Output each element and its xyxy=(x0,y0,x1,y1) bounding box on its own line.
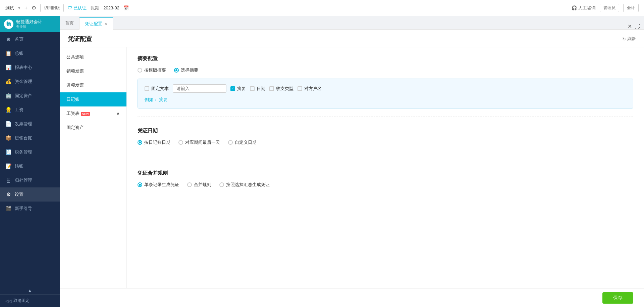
sidebar-item-ledger[interactable]: 📋 总账 xyxy=(0,46,60,60)
sidebar-item-reports[interactable]: 📊 报表中心 xyxy=(0,60,60,75)
summary-radio-group: 按模版摘要 选择摘要 xyxy=(138,67,633,73)
sidebar-item-label: 发票管理 xyxy=(15,121,32,127)
sidebar-item-funds[interactable]: 💰 资金管理 xyxy=(0,75,60,89)
invoice-icon: 📄 xyxy=(5,121,11,127)
old-version-button[interactable]: 切到旧版 xyxy=(40,4,64,12)
refresh-button[interactable]: ↻ 刷新 xyxy=(622,36,636,42)
sidebar-item-archive[interactable]: 🗄 归档管理 xyxy=(0,173,60,187)
verified-icon: 🛡 xyxy=(68,5,72,10)
sidebar-nav: ⊕ 首页 📋 总账 📊 报表中心 💰 资金管理 🏢 固定资产 👷 工资 xyxy=(0,32,60,287)
merge-radio-single[interactable]: 单条记录生成凭证 xyxy=(138,182,179,188)
summary-section: 摘要配置 按模版摘要 选择摘要 xyxy=(138,55,633,117)
sidebar-item-label: 税务管理 xyxy=(15,149,32,155)
checkbox-date-box xyxy=(250,86,255,91)
checkbox-summary[interactable]: 摘要 xyxy=(230,86,246,92)
tab-voucher-config[interactable]: 凭证配置 ✕ xyxy=(79,17,113,30)
merge-radio-rule[interactable]: 合并规则 xyxy=(187,182,211,188)
summary-radio-select[interactable]: 选择摘要 xyxy=(174,67,198,73)
merge-radio-group: 单条记录生成凭证 合并规则 按照选择汇总生成凭证 xyxy=(138,182,633,188)
checkbox-counterpart-name-label: 对方户名 xyxy=(304,86,322,92)
left-nav-item-payroll-table[interactable]: 工资表NEW ∨ xyxy=(60,106,126,121)
checkbox-date[interactable]: 日期 xyxy=(250,86,265,92)
sidebar-item-assets[interactable]: 🏢 固定资产 xyxy=(0,89,60,103)
left-nav-item-public[interactable]: 公共选项 xyxy=(60,50,126,64)
home-icon: ⊕ xyxy=(5,36,11,42)
sidebar-item-sales-purchase[interactable]: 📦 进销台账 xyxy=(0,131,60,145)
close-tab-button[interactable]: ✕ xyxy=(628,24,632,29)
tab-voucher-config-label: 凭证配置 xyxy=(85,21,102,27)
save-button[interactable]: 保存 xyxy=(602,292,633,304)
left-nav-item-purchase-invoice[interactable]: 进项发票 xyxy=(60,78,126,92)
radio-journal-circle xyxy=(138,140,142,145)
payroll-arrow-icon: ∨ xyxy=(116,111,120,116)
sidebar-item-settings[interactable]: ⚙ 设置 xyxy=(0,187,60,202)
sidebar-item-label: 归档管理 xyxy=(15,177,32,183)
radio-journal-label: 按日记账日期 xyxy=(144,139,170,145)
consult-button[interactable]: 🎧 人工咨询 xyxy=(572,5,596,11)
tab-home[interactable]: 首页 xyxy=(60,17,79,29)
sidebar-item-home[interactable]: ⊕ 首页 xyxy=(0,32,60,46)
sidebar-item-close[interactable]: 📝 结账 xyxy=(0,159,60,173)
summary-radio-template[interactable]: 按模版摘要 xyxy=(138,67,166,73)
logo-subtitle: 专业版 xyxy=(16,25,42,29)
settings-icon: ⚙ xyxy=(5,191,11,198)
left-nav: 公共选项 销项发票 进项发票 日记账 工资表NEW ∨ xyxy=(60,47,127,288)
logo-text: 畅捷通好会计 xyxy=(16,19,42,25)
checkbox-date-label: 日期 xyxy=(257,86,265,92)
sidebar-item-payroll[interactable]: 👷 工资 xyxy=(0,103,60,117)
radio-summary-circle xyxy=(219,182,224,187)
merge-radio-summary[interactable]: 按照选择汇总生成凭证 xyxy=(219,182,270,188)
cancel-fixed-icon: ◁◁ xyxy=(5,299,11,303)
assets-icon: 🏢 xyxy=(5,93,11,99)
date-radio-custom[interactable]: 自定义日期 xyxy=(228,139,257,145)
cancel-fixed-button[interactable]: ◁◁ 取消固定 xyxy=(0,294,60,307)
left-nav-item-journal[interactable]: 日记账 xyxy=(60,92,126,106)
sidebar-item-label: 进销台账 xyxy=(15,135,32,141)
archive-icon: 🗄 xyxy=(5,178,11,183)
sidebar-item-tax[interactable]: 🧾 税务管理 xyxy=(0,145,60,159)
date-title: 凭证日期 xyxy=(138,128,633,134)
company-arrow-icon[interactable]: ▾ xyxy=(18,5,20,10)
checkbox-counterpart-name[interactable]: 对方户名 xyxy=(298,86,322,92)
summary-config-row: 固定文本 摘要 日期 xyxy=(145,84,626,93)
period-label: 账期 xyxy=(91,5,99,11)
consult-label: 人工咨询 xyxy=(578,5,596,11)
consult-icon: 🎧 xyxy=(572,5,577,10)
sidebar-item-label: 工资 xyxy=(15,107,23,113)
left-nav-item-fixed-assets[interactable]: 固定资产 xyxy=(60,121,126,135)
radio-single-label: 单条记录生成凭证 xyxy=(144,182,179,188)
sidebar-item-invoice[interactable]: 📄 发票管理 xyxy=(0,117,60,131)
tab-actions: ✕ ⛶ xyxy=(628,24,644,29)
content-area: 首页 凭证配置 ✕ ✕ ⛶ 凭证配置 ↻ 刷新 xyxy=(60,16,644,307)
calendar-icon[interactable]: 📅 xyxy=(123,5,129,10)
checkbox-summary-label: 摘要 xyxy=(237,86,246,92)
tab-close-icon[interactable]: ✕ xyxy=(104,22,107,26)
accountant-button[interactable]: 会计 xyxy=(623,4,639,12)
close-period-icon: 📝 xyxy=(5,163,11,169)
refresh-label: 刷新 xyxy=(627,36,636,42)
period-value: 2023-02 xyxy=(103,5,119,10)
date-radio-journal[interactable]: 按日记账日期 xyxy=(138,139,170,145)
sales-purchase-icon: 📦 xyxy=(5,135,11,141)
checkbox-income-type-box xyxy=(269,86,274,91)
fixed-text-input[interactable] xyxy=(173,84,226,93)
expand-button[interactable]: ⛶ xyxy=(635,24,640,29)
sidebar-item-label: 首页 xyxy=(15,36,23,42)
date-section: 凭证日期 按日记账日期 对应期间最后一天 xyxy=(138,128,633,159)
gear-icon[interactable]: ⚙ xyxy=(32,5,36,11)
funds-icon: 💰 xyxy=(5,79,11,85)
radio-custom-circle xyxy=(228,140,233,145)
add-icon[interactable]: + xyxy=(24,5,28,11)
checkbox-fixed-text[interactable]: 固定文本 xyxy=(145,86,169,92)
summary-config-box: 固定文本 摘要 日期 xyxy=(138,79,633,108)
admin-button[interactable]: 管理员 xyxy=(600,4,619,12)
verified-label: 已认证 xyxy=(73,5,87,11)
sidebar-item-guide[interactable]: 🎬 新手引导 xyxy=(0,202,60,216)
page-header: 凭证配置 ↻ 刷新 xyxy=(60,30,644,47)
merge-section: 凭证合并规则 单条记录生成凭证 合并规则 xyxy=(138,170,633,201)
checkbox-income-type[interactable]: 收支类型 xyxy=(269,86,293,92)
date-radio-period-last[interactable]: 对应期间最后一天 xyxy=(178,139,220,145)
left-nav-item-sales-invoice[interactable]: 销项发票 xyxy=(60,64,126,78)
sidebar-item-label: 报表中心 xyxy=(15,64,32,71)
logo-icon: 畅 xyxy=(4,19,13,29)
